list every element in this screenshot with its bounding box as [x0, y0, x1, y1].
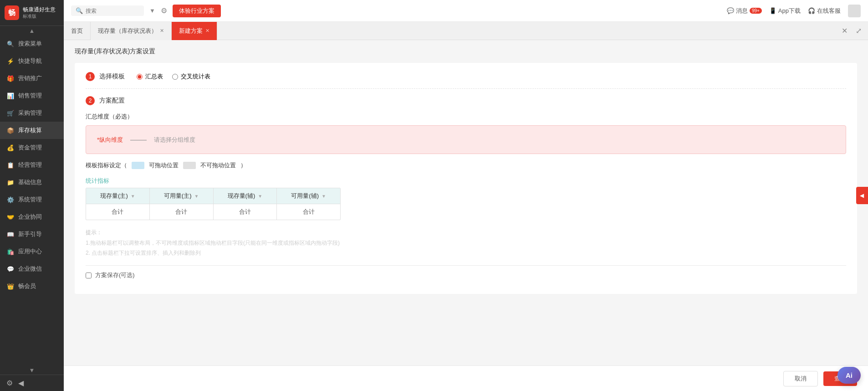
radio-summary[interactable]: 汇总表 [137, 72, 163, 81]
sidebar-item-label: 资金管理 [18, 144, 42, 152]
sidebar-item-label: 系统管理 [18, 196, 42, 204]
tabbar-actions: ✕ ⤢ [839, 26, 868, 36]
main-area: 🔍 ▼ ⚙ 体验行业方案 💬 消息 99+ 📱 App下载 🎧 在线客服 [64, 0, 868, 391]
stat-col-caret-2: ▼ [258, 194, 262, 199]
sales-icon: 📊 [6, 92, 15, 100]
dropdown-chevron-icon[interactable]: ▼ [149, 7, 155, 14]
sidebar-item-label: 畅会员 [18, 282, 36, 290]
sidebar-item-label: 库存核算 [18, 126, 42, 134]
sidebar-item-inventory[interactable]: 📦 库存核算 [0, 122, 64, 139]
tips-item-1: 2. 点击标题栏下拉可设置排序、插入列和删除列 [86, 248, 846, 258]
tips-item-0: 1.拖动标题栏可以调整布局，不可跨维度或指标区域拖动栏目字段(只能在同一维度或指… [86, 238, 846, 248]
tab-home-label: 首页 [71, 27, 83, 35]
collapse-icon[interactable]: ◀ [18, 379, 24, 387]
radio-summary-input[interactable] [137, 74, 143, 80]
ai-badge-button[interactable]: Ai [837, 367, 861, 384]
sidebar-scroll-down[interactable]: ▼ [0, 365, 64, 375]
search-input[interactable] [86, 8, 131, 14]
stat-col-cell-2: 合计 [214, 204, 277, 220]
stat-table-body: 合计 合计 合计 合计 [86, 204, 340, 220]
radio-cross-input[interactable] [172, 74, 178, 80]
sidebar-bottom: ⚙ ◀ [0, 375, 64, 391]
tab-expand-button[interactable]: ⤢ [853, 26, 864, 36]
tab-new-plan-label: 新建方案 [179, 27, 203, 35]
topbar-search-box[interactable]: 🔍 [71, 5, 144, 16]
sidebar-item-system[interactable]: ⚙️ 系统管理 [0, 191, 64, 208]
appstore-icon: 🛍️ [6, 247, 15, 256]
dimension-section-label: 汇总维度（必选） [86, 113, 846, 121]
sidebar-item-search[interactable]: 🔍 搜索菜单 [0, 35, 64, 52]
non-draggable-indicator-box [183, 162, 196, 169]
tips-title: 提示： [86, 229, 846, 237]
sidebar-item-label: 企业微信 [18, 265, 42, 273]
messages-badge: 99+ [750, 8, 762, 14]
sidebar-item-purchase[interactable]: 🛒 采购管理 [0, 104, 64, 122]
template-indicator: 模板指标设定（ 可拖动位置 不可拖动位置 ） [86, 161, 846, 170]
dim-dash: —— [130, 135, 147, 144]
tips-area: 提示： 1.拖动标题栏可以调整布局，不可跨维度或指标区域拖动栏目字段(只能在同一… [86, 229, 846, 258]
app-download-button[interactable]: 📱 App下载 [769, 7, 801, 15]
trial-button[interactable]: 体验行业方案 [173, 5, 221, 17]
step1-row: 1 选择模板 汇总表 交叉统计表 [86, 72, 846, 81]
tab-home[interactable]: 首页 [64, 22, 91, 40]
gear-icon[interactable]: ⚙ [161, 6, 167, 15]
radio-summary-label: 汇总表 [145, 72, 163, 81]
settings-icon[interactable]: ⚙ [6, 379, 13, 387]
stat-table: 现存量(主) ▼ 可用量(主) ▼ 现存量(辅) ▼ 可用量(辅) [86, 188, 341, 220]
page-title: 现存量(库存状况表)方案设置 [75, 47, 857, 56]
sidebar-item-wechat[interactable]: 💬 企业微信 [0, 260, 64, 278]
stat-col-header-1[interactable]: 可用量(主) ▼ [150, 188, 214, 204]
footer-bar: 取消 查询 [64, 365, 868, 391]
sidebar-item-guide[interactable]: 📖 新手引导 [0, 226, 64, 243]
online-service-label: 在线客服 [817, 7, 841, 15]
topbar: 🔍 ▼ ⚙ 体验行业方案 💬 消息 99+ 📱 App下载 🎧 在线客服 [64, 0, 868, 22]
sidebar-item-label: 基础信息 [18, 178, 42, 186]
sidebar-item-shortcut[interactable]: ⚡ 快捷导航 [0, 52, 64, 70]
sidebar-scroll-up[interactable]: ▲ [0, 26, 64, 35]
tab-inventory-status[interactable]: 现存量（库存状况表） ✕ [91, 22, 172, 40]
stat-col-header-2[interactable]: 现存量(辅) ▼ [214, 188, 277, 204]
sidebar-item-marketing[interactable]: 🎁 营销推广 [0, 70, 64, 87]
sidebar-item-vip[interactable]: 👑 畅会员 [0, 278, 64, 295]
radio-cross[interactable]: 交叉统计表 [172, 72, 210, 81]
guide-icon: 📖 [6, 230, 15, 238]
messages-button[interactable]: 💬 消息 99+ [727, 7, 762, 15]
cancel-button[interactable]: 取消 [783, 371, 818, 386]
messages-label: 消息 [736, 7, 748, 15]
stat-col-header-0[interactable]: 现存量(主) ▼ [86, 188, 150, 204]
stat-col-cell-1: 合计 [150, 204, 214, 220]
sidebar-item-label: 快捷导航 [18, 57, 42, 65]
sidebar-item-sales[interactable]: 📊 销售管理 [0, 87, 64, 104]
tab-inventory-close-icon[interactable]: ✕ [160, 28, 164, 34]
stat-col-cell-0: 合计 [86, 204, 150, 220]
vip-icon: 👑 [6, 282, 15, 290]
online-service-button[interactable]: 🎧 在线客服 [808, 7, 841, 15]
sidebar-menu: 🔍 搜索菜单 ⚡ 快捷导航 🎁 营销推广 📊 销售管理 🛒 采购管理 📦 库存核… [0, 35, 64, 365]
sidebar-item-finance[interactable]: 💰 资金管理 [0, 139, 64, 156]
sidebar-logo: 畅 畅康通好生意 标准版 [0, 0, 64, 26]
stat-col-cell-3: 合计 [277, 204, 340, 220]
step2-number: 2 [86, 96, 95, 105]
operation-icon: 📋 [6, 161, 15, 169]
dim-placeholder: 请选择分组维度 [154, 136, 195, 144]
sidebar-item-label: 搜索菜单 [18, 40, 42, 48]
sidebar-item-basic[interactable]: 📁 基础信息 [0, 174, 64, 191]
step2-label: 方案配置 [99, 97, 125, 105]
sidebar-item-enterprise[interactable]: 🤝 企业协同 [0, 208, 64, 226]
shortcut-icon: ⚡ [6, 57, 15, 65]
avatar[interactable] [848, 5, 861, 17]
step2-row: 2 方案配置 [86, 96, 846, 105]
draggable-indicator-box [132, 162, 144, 169]
sidebar-item-appstore[interactable]: 🛍️ 应用中心 [0, 243, 64, 260]
search-menu-icon: 🔍 [6, 40, 15, 48]
tab-close-button[interactable]: ✕ [839, 26, 850, 36]
stat-col-header-3[interactable]: 可用量(辅) ▼ [277, 188, 340, 204]
save-option-checkbox[interactable] [86, 273, 92, 278]
sidebar-item-operation[interactable]: 📋 经营管理 [0, 156, 64, 174]
phone-icon: 📱 [769, 7, 776, 14]
wechat-icon: 💬 [6, 265, 15, 273]
tab-new-plan[interactable]: 新建方案 ✕ [172, 22, 217, 40]
dimension-area[interactable]: *纵向维度 —— 请选择分组维度 [86, 125, 846, 154]
tab-new-plan-close-icon[interactable]: ✕ [205, 28, 209, 34]
right-float-button[interactable]: ◀ [856, 187, 868, 204]
